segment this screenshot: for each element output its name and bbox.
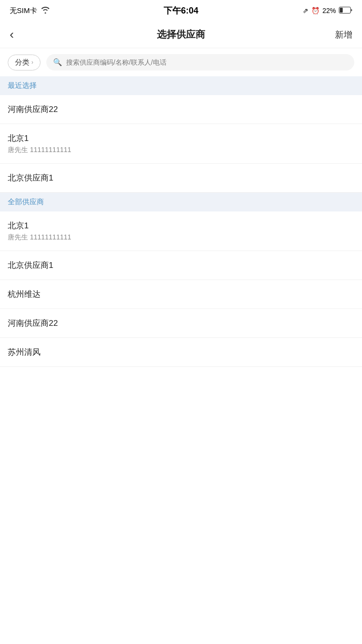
status-right: ⇗ ⏰ 22% bbox=[303, 7, 352, 15]
all-section-label: 全部供应商 bbox=[8, 197, 44, 206]
item-name: 杭州维达 bbox=[8, 289, 354, 300]
nav-bar: ‹ 选择供应商 新增 bbox=[0, 21, 362, 48]
page-title: 选择供应商 bbox=[157, 28, 205, 41]
item-name: 北京供应商1 bbox=[8, 172, 354, 183]
list-item[interactable]: 河南供应商22 bbox=[0, 95, 362, 124]
item-sub: 唐先生 11111111111 bbox=[8, 146, 354, 154]
item-name: 苏州清风 bbox=[8, 347, 354, 358]
all-list: 北京1唐先生 11111111111北京供应商1杭州维达河南供应商22苏州清风 bbox=[0, 211, 362, 367]
wifi-icon bbox=[41, 7, 50, 15]
category-filter[interactable]: 分类 › bbox=[8, 55, 41, 70]
svg-rect-1 bbox=[340, 8, 343, 13]
recent-section-label: 最近选择 bbox=[8, 81, 37, 89]
back-button[interactable]: ‹ bbox=[10, 27, 29, 42]
list-item[interactable]: 北京供应商1 bbox=[0, 164, 362, 193]
chevron-right-icon: › bbox=[31, 59, 33, 66]
add-button[interactable]: 新增 bbox=[335, 29, 352, 41]
all-section-header: 全部供应商 bbox=[0, 193, 362, 211]
status-time: 下午6:04 bbox=[164, 5, 198, 16]
list-item[interactable]: 北京1唐先生 11111111111 bbox=[0, 124, 362, 164]
category-label: 分类 bbox=[15, 58, 29, 67]
list-item[interactable]: 北京供应商1 bbox=[0, 251, 362, 280]
list-item[interactable]: 北京1唐先生 11111111111 bbox=[0, 211, 362, 251]
list-item[interactable]: 苏州清风 bbox=[0, 338, 362, 367]
search-input[interactable] bbox=[66, 58, 348, 66]
list-item[interactable]: 河南供应商22 bbox=[0, 309, 362, 338]
status-bar: 无SIM卡 下午6:04 ⇗ ⏰ 22% bbox=[0, 0, 362, 21]
item-name: 河南供应商22 bbox=[8, 318, 354, 329]
item-name: 北京1 bbox=[8, 220, 354, 231]
carrier-text: 无SIM卡 bbox=[10, 6, 37, 15]
status-left: 无SIM卡 bbox=[10, 6, 50, 15]
item-name: 北京1 bbox=[8, 133, 354, 144]
recent-section-header: 最近选择 bbox=[0, 76, 362, 95]
search-icon: 🔍 bbox=[53, 58, 62, 67]
recent-list: 河南供应商22北京1唐先生 11111111111北京供应商1 bbox=[0, 95, 362, 193]
battery-text: 22% bbox=[322, 7, 336, 14]
item-sub: 唐先生 11111111111 bbox=[8, 233, 354, 242]
filter-bar: 分类 › 🔍 bbox=[0, 48, 362, 76]
item-name: 河南供应商22 bbox=[8, 104, 354, 115]
search-box: 🔍 bbox=[46, 54, 354, 70]
battery-icon bbox=[339, 7, 352, 15]
list-item[interactable]: 杭州维达 bbox=[0, 280, 362, 309]
location-icon: ⇗ bbox=[303, 7, 308, 14]
item-name: 北京供应商1 bbox=[8, 260, 354, 271]
alarm-icon: ⏰ bbox=[311, 7, 320, 14]
